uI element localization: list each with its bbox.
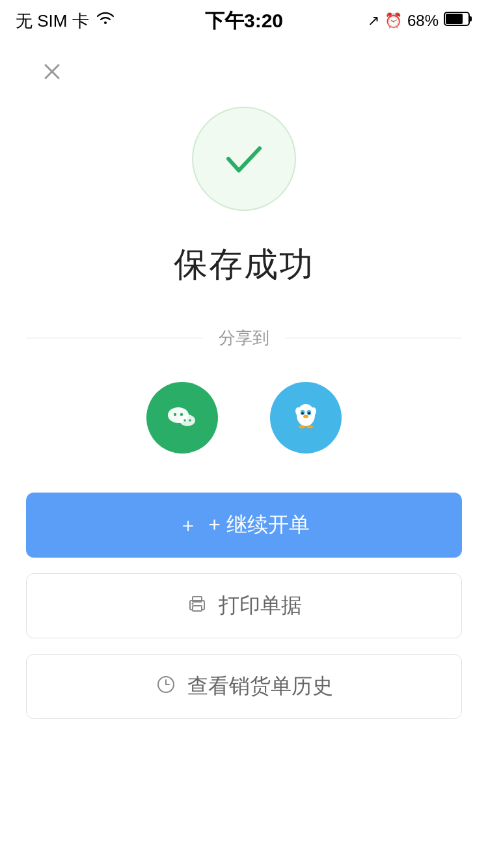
divider-right <box>285 338 462 338</box>
share-icons <box>26 382 462 454</box>
carrier-text: 无 SIM 卡 <box>16 10 89 33</box>
wechat-share-button[interactable] <box>146 382 218 454</box>
print-button[interactable]: 打印单据 <box>26 573 462 638</box>
svg-point-16 <box>303 415 308 418</box>
share-label: 分享到 <box>203 327 285 349</box>
plus-icon: ＋ <box>178 512 198 539</box>
svg-rect-2 <box>446 14 463 24</box>
continue-button[interactable]: ＋ + 继续开单 <box>26 493 462 558</box>
svg-point-17 <box>295 407 301 415</box>
svg-point-7 <box>174 413 176 416</box>
print-label: 打印单据 <box>219 591 302 620</box>
svg-rect-23 <box>193 606 202 611</box>
share-divider: 分享到 <box>26 327 462 349</box>
qq-icon <box>285 397 327 439</box>
svg-point-19 <box>299 426 305 429</box>
location-icon: ↗ <box>368 12 379 29</box>
svg-point-24 <box>192 603 194 604</box>
actions-section: ＋ + 继续开单 打印单据 查看销货单历 <box>0 493 488 719</box>
battery-text: 68% <box>407 12 439 30</box>
share-section: 分享到 <box>0 327 488 454</box>
svg-point-10 <box>189 419 191 422</box>
svg-point-9 <box>183 419 186 422</box>
history-button[interactable]: 查看销货单历史 <box>26 654 462 719</box>
continue-label: + 继续开单 <box>208 511 310 539</box>
alarm-icon: ⏰ <box>385 12 402 29</box>
success-title: 保存成功 <box>174 242 314 288</box>
status-bar: 无 SIM 卡 下午3:20 ↗ ⏰ 68% <box>0 0 488 42</box>
wifi-icon <box>96 11 115 31</box>
history-icon <box>155 673 177 700</box>
divider-left <box>26 338 203 338</box>
status-carrier: 无 SIM 卡 <box>16 10 115 33</box>
battery-icon <box>444 12 472 30</box>
status-indicators: ↗ ⏰ 68% <box>368 12 472 30</box>
qq-share-button[interactable] <box>270 382 342 454</box>
checkmark-icon <box>218 133 270 185</box>
svg-point-18 <box>311 407 316 415</box>
success-circle <box>192 107 296 211</box>
history-label: 查看销货单历史 <box>187 672 333 701</box>
svg-rect-1 <box>469 16 472 21</box>
svg-point-6 <box>180 414 195 426</box>
close-button[interactable] <box>33 52 72 91</box>
status-time: 下午3:20 <box>205 8 283 34</box>
svg-point-8 <box>180 413 183 416</box>
wechat-icon <box>161 397 203 439</box>
svg-point-15 <box>308 412 310 414</box>
print-icon <box>186 593 208 619</box>
svg-point-14 <box>301 412 304 414</box>
main-content: 保存成功 分享到 <box>0 42 488 719</box>
svg-point-20 <box>306 426 313 429</box>
